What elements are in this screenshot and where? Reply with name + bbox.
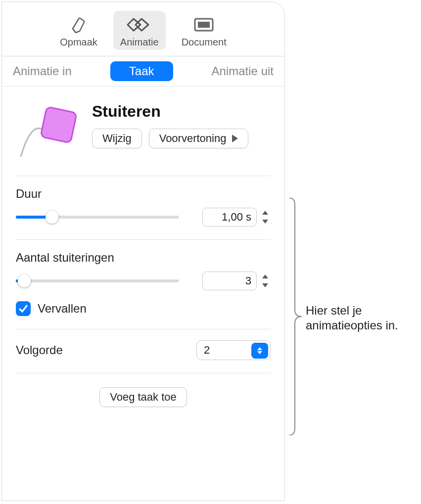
bounces-label: Aantal stuiteringen bbox=[16, 251, 271, 265]
duration-stepper bbox=[202, 208, 271, 227]
add-action-label: Voeg taak toe bbox=[110, 391, 177, 404]
bounces-stepper bbox=[202, 272, 271, 290]
toolbar-document[interactable]: Document bbox=[175, 11, 234, 50]
order-label: Volgorde bbox=[16, 343, 63, 357]
duration-slider[interactable] bbox=[16, 211, 179, 223]
duration-label: Duur bbox=[16, 187, 271, 201]
callout-bracket bbox=[288, 198, 303, 435]
duration-step-up[interactable] bbox=[260, 209, 271, 217]
build-tabs: Animatie in Taak Animatie uit bbox=[2, 56, 284, 87]
bounces-section: Aantal stuiteringen Vervallen bbox=[2, 240, 284, 329]
tab-action[interactable]: Taak bbox=[110, 61, 173, 81]
select-knob-icon bbox=[251, 343, 268, 359]
decay-checkbox[interactable] bbox=[16, 301, 31, 316]
effect-buttons: Wijzig Voorvertoning bbox=[92, 129, 248, 148]
bounces-step-up[interactable] bbox=[260, 273, 271, 280]
preview-button-label: Voorvertoning bbox=[159, 132, 227, 145]
bounces-input[interactable] bbox=[202, 272, 257, 290]
tab-build-out[interactable]: Animatie uit bbox=[212, 61, 274, 81]
add-action-button[interactable]: Voeg taak toe bbox=[99, 387, 187, 407]
change-button[interactable]: Wijzig bbox=[92, 129, 142, 148]
toolbar-animate-label: Animatie bbox=[120, 37, 159, 48]
document-icon bbox=[193, 15, 215, 35]
order-select[interactable]: 2 bbox=[196, 340, 271, 360]
order-section: Volgorde 2 bbox=[2, 329, 284, 373]
format-icon bbox=[69, 15, 89, 35]
order-select-value: 2 bbox=[204, 344, 210, 357]
toolbar-format-label: Opmaak bbox=[60, 37, 97, 48]
effect-title-block: Stuiteren Wijzig Voorvertoning bbox=[92, 102, 248, 148]
decay-row: Vervallen bbox=[16, 301, 271, 316]
duration-step-down[interactable] bbox=[260, 218, 271, 226]
toolbar: Opmaak Animatie Document bbox=[2, 2, 284, 56]
toolbar-document-label: Document bbox=[182, 37, 227, 48]
toolbar-animate[interactable]: Animatie bbox=[113, 11, 166, 50]
duration-input[interactable] bbox=[202, 208, 257, 227]
change-button-label: Wijzig bbox=[102, 132, 132, 145]
play-icon bbox=[232, 135, 238, 142]
bounces-step-down[interactable] bbox=[260, 281, 271, 289]
callout-text: Hier stel je animatieopties in. bbox=[306, 303, 421, 333]
tab-build-in[interactable]: Animatie in bbox=[13, 61, 72, 81]
animate-icon bbox=[126, 15, 153, 35]
bounces-slider[interactable] bbox=[16, 275, 179, 287]
effect-header: Stuiteren Wijzig Voorvertoning bbox=[2, 87, 284, 176]
preview-button[interactable]: Voorvertoning bbox=[149, 129, 249, 148]
duration-section: Duur bbox=[2, 176, 284, 239]
toolbar-format[interactable]: Opmaak bbox=[53, 11, 104, 50]
svg-rect-2 bbox=[41, 107, 77, 143]
effect-title: Stuiteren bbox=[92, 102, 248, 121]
svg-rect-1 bbox=[198, 22, 210, 28]
inspector-panel: Opmaak Animatie Document Animatie in bbox=[1, 1, 285, 501]
footer: Voeg taak toe bbox=[2, 373, 284, 407]
bounce-icon bbox=[16, 102, 80, 162]
decay-label: Vervallen bbox=[38, 302, 87, 316]
